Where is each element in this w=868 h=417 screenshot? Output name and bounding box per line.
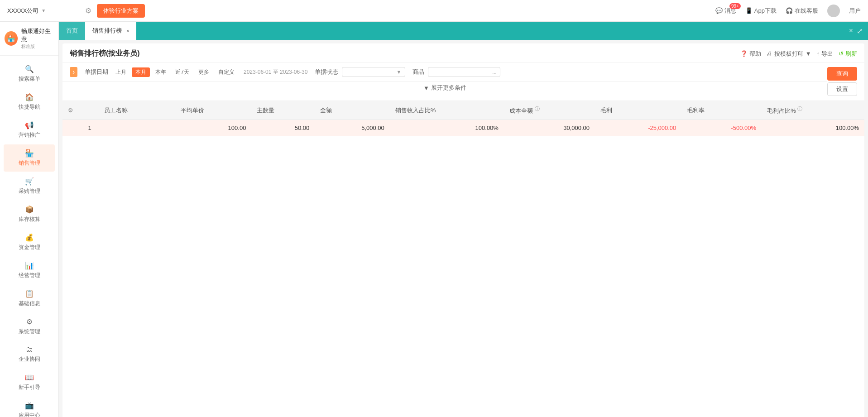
help-icon: ❓	[740, 50, 748, 57]
export-icon: ↑	[817, 50, 820, 57]
collapse-filter-icon[interactable]: ›	[70, 67, 77, 77]
sidebar-item-finance-label: 资金管理	[19, 244, 40, 251]
th-settings: ⚙	[62, 101, 81, 120]
message-icon: 💬	[715, 7, 723, 14]
th-gross: 毛利	[595, 101, 681, 120]
td-amount: 5,000.00	[315, 120, 390, 136]
window-close-icon[interactable]: ×	[849, 27, 853, 35]
headset-icon: 🎧	[786, 7, 793, 14]
sidebar-item-marketing-label: 营销推广	[19, 131, 40, 139]
company-selector[interactable]: XXXXX公司 ▼	[7, 7, 80, 15]
export-button[interactable]: ↑ 导出	[817, 50, 834, 58]
tab-home[interactable]: 首页	[59, 22, 85, 40]
date-tab-this-month[interactable]: 本月	[132, 67, 150, 77]
expand-row: ▼ 展开更多条件	[62, 82, 827, 94]
page-content: 销售排行榜(按业务员) ❓ 帮助 🖨 按模板打印 ▼ ↑ 导出	[62, 43, 864, 417]
gross-pct-help-icon[interactable]: ⓘ	[797, 106, 802, 111]
trial-button[interactable]: 体验行业方案	[97, 4, 145, 18]
guide-icon: 📖	[25, 373, 34, 382]
phone-icon: 📱	[745, 7, 753, 14]
refresh-label: 刷新	[845, 50, 857, 58]
refresh-button[interactable]: ↺ 刷新	[839, 50, 857, 58]
td-gross-rate: -500.00%	[681, 120, 762, 136]
sidebar-item-system[interactable]: ⚙ 系统管理	[4, 313, 55, 340]
print-button[interactable]: 🖨 按模板打印 ▼	[767, 50, 811, 58]
sidebar-item-sales[interactable]: 🏪 销售管理	[4, 144, 55, 172]
th-gross-pct: 毛利占比% ⓘ	[762, 101, 864, 120]
sidebar-item-sales-label: 销售管理	[19, 159, 40, 167]
message-badge: 99+	[729, 3, 741, 9]
sidebar-item-operations[interactable]: 📊 经营管理	[4, 257, 55, 284]
inventory-icon: 📦	[25, 205, 34, 214]
sidebar-item-marketing[interactable]: 📢 营销推广	[4, 116, 55, 144]
table-row: 1 100.00 50.00 5,000.00 100.00% 30,000.0…	[62, 120, 864, 136]
user-name[interactable]: 用户	[849, 7, 861, 15]
app-download-button[interactable]: 📱 App下载	[745, 7, 777, 15]
th-name: 员工名称	[99, 101, 175, 120]
enterprise-icon: 🗂	[26, 345, 33, 354]
sidebar-item-apps-label: 应用中心	[19, 412, 40, 417]
query-button[interactable]: 查询	[827, 67, 857, 81]
goods-input[interactable]: ...	[428, 67, 500, 77]
sidebar-item-guide[interactable]: 📖 新手引导	[4, 369, 55, 396]
system-icon: ⚙	[26, 317, 33, 326]
top-bar: XXXXX公司 ▼ ⚙ 体验行业方案 💬 消息 99+ 📱 App下载 🎧 在线…	[0, 0, 868, 22]
filter-status: 单据状态 ▼	[315, 67, 405, 77]
layout: 🏪 畅康通好生意 标准版 🔍 搜索菜单 🏠 快捷导航 📢 营销推广 🏪 销售管理	[0, 22, 868, 417]
home-icon: 🏠	[25, 93, 34, 101]
app-download-label: App下载	[754, 7, 777, 15]
th-amount: 全额	[315, 101, 390, 120]
status-select[interactable]: ▼	[342, 67, 405, 77]
window-maximize-icon[interactable]: ⤢	[857, 27, 863, 35]
sidebar-item-search[interactable]: 🔍 搜索菜单	[4, 60, 55, 87]
main: 首页 销售排行榜 × × ⤢ 销售排行榜(按业务员) ❓ 帮助	[59, 22, 868, 417]
logo-text-line1: 畅康通好生意	[21, 27, 54, 43]
table-settings-icon[interactable]: ⚙	[68, 107, 73, 114]
setting-button[interactable]: 设置	[827, 82, 857, 96]
sidebar-item-quick-nav[interactable]: 🏠 快捷导航	[4, 88, 55, 115]
sidebar-item-basics[interactable]: 📋 基础信息	[4, 285, 55, 312]
tab-sales-ranking[interactable]: 销售排行榜 ×	[85, 22, 136, 40]
th-sales-pct: 销售收入占比%	[390, 101, 504, 120]
th-avg-price: 平均单价	[175, 101, 252, 120]
help-button[interactable]: ❓ 帮助	[740, 50, 761, 58]
sidebar-item-purchase-label: 采购管理	[19, 187, 40, 195]
expand-label: 展开更多条件	[431, 84, 466, 92]
sidebar-item-finance[interactable]: 💰 资金管理	[4, 229, 55, 256]
cost-help-icon[interactable]: ⓘ	[535, 106, 540, 111]
finance-icon: 💰	[25, 233, 34, 242]
td-name	[99, 120, 175, 136]
date-tab-custom[interactable]: 自定义	[215, 67, 238, 77]
expand-conditions-button[interactable]: ▼ 展开更多条件	[423, 84, 466, 92]
sidebar-item-guide-label: 新手引导	[19, 383, 40, 391]
filter-row: › 单据日期 上月 本月 本年 近7天 更多 自定义	[70, 67, 820, 77]
filter-date: 单据日期 上月 本月 本年 近7天 更多 自定义 2023-06-01 至 20…	[85, 67, 307, 77]
company-name: XXXXX公司	[7, 7, 38, 15]
collapse-btn-area: ›	[70, 67, 77, 77]
sidebar-item-inventory[interactable]: 📦 库存核算	[4, 201, 55, 228]
date-tab-last-month[interactable]: 上月	[112, 67, 130, 77]
sidebar-item-enterprise[interactable]: 🗂 企业协同	[4, 341, 55, 368]
date-tab-this-year[interactable]: 本年	[152, 67, 170, 77]
sidebar-item-purchase[interactable]: 🛒 采购管理	[4, 173, 55, 200]
sidebar: 🏪 畅康通好生意 标准版 🔍 搜索菜单 🏠 快捷导航 📢 营销推广 🏪 销售管理	[0, 22, 59, 417]
avatar[interactable]	[827, 5, 840, 17]
message-button[interactable]: 💬 消息 99+	[715, 7, 736, 15]
tab-close-icon[interactable]: ×	[126, 28, 129, 34]
filter-main: › 单据日期 上月 本月 本年 近7天 更多 自定义	[62, 62, 827, 94]
sidebar-item-search-label: 搜索菜单	[19, 75, 40, 83]
settings-icon[interactable]: ⚙	[85, 6, 91, 15]
td-gross-pct: 100.00%	[762, 120, 864, 136]
status-select-chevron: ▼	[397, 69, 402, 75]
date-tab-7days[interactable]: 近7天	[172, 67, 193, 77]
page-title: 销售排行榜(按业务员)	[70, 49, 140, 58]
sidebar-item-apps[interactable]: 📺 应用中心	[4, 397, 55, 417]
online-service-button[interactable]: 🎧 在线客服	[786, 7, 818, 15]
help-label: 帮助	[749, 50, 761, 58]
refresh-icon: ↺	[839, 50, 844, 57]
date-tab-more[interactable]: 更多	[195, 67, 213, 77]
sidebar-logo: 🏪 畅康通好生意 标准版	[0, 22, 58, 56]
filter-area: › 单据日期 上月 本月 本年 近7天 更多 自定义	[62, 62, 864, 101]
goods-input-more-icon: ...	[492, 69, 496, 75]
print-icon: 🖨	[767, 50, 772, 57]
